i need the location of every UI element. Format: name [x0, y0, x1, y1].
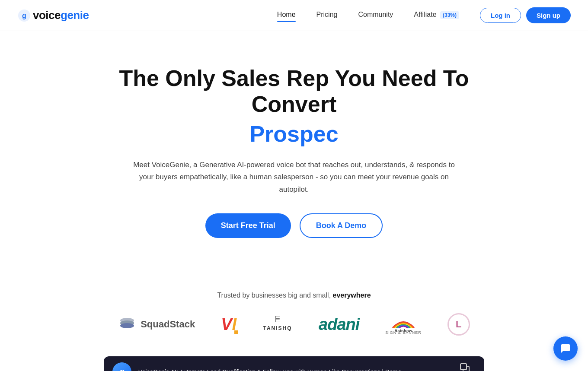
svg-text:g: g — [22, 12, 26, 19]
nav-affiliate[interactable]: Affiliate (33%) — [414, 11, 459, 20]
nav-pricing[interactable]: Pricing — [316, 11, 338, 20]
squadstack-icon — [118, 315, 136, 333]
affiliate-badge: (33%) — [440, 11, 459, 19]
logo-icon: g — [17, 9, 31, 22]
vi-dot — [234, 330, 238, 334]
hero-subheadline: Prospec — [117, 121, 471, 147]
logo[interactable]: g voicegenie — [17, 9, 89, 22]
book-demo-button[interactable]: Book A Demo — [300, 213, 383, 238]
tanishq-logo: ⌸ TANISHQ — [262, 314, 293, 335]
copy-link-button[interactable]: Copy link — [454, 363, 476, 371]
squadstack-logo: SquadStack — [118, 314, 195, 335]
rainbow-logo: Rainbow SIGN & BANNER — [385, 314, 422, 335]
vi-logo: V I — [221, 314, 236, 335]
svg-text:TANISHQ: TANISHQ — [263, 325, 292, 331]
rainbow-sub: SIGN & BANNER — [385, 330, 422, 335]
nav-community[interactable]: Community — [358, 11, 393, 20]
hero-description: Meet VoiceGenie, a Generative AI-powered… — [125, 159, 463, 197]
video-bar: g VoiceGenie AI: Automate Lead Qualifica… — [104, 356, 484, 371]
nav-home[interactable]: Home — [277, 11, 296, 20]
main-nav: Home Pricing Community Affiliate (33%) — [277, 11, 459, 20]
logos-row: SquadStack V I ⌸ TANISHQ adani — [17, 313, 571, 336]
video-container: g VoiceGenie AI: Automate Lead Qualifica… — [86, 356, 502, 371]
copy-icon — [460, 363, 470, 371]
circle-logo: L — [447, 313, 470, 336]
trusted-section: Trusted by businesses big and small, eve… — [0, 292, 588, 356]
rainbow-svg: Rainbow — [388, 314, 419, 332]
login-button[interactable]: Log in — [480, 8, 521, 23]
svg-text:⌸: ⌸ — [275, 314, 280, 323]
logo-text: voicegenie — [33, 9, 89, 22]
chat-icon — [559, 342, 572, 355]
chat-bubble[interactable] — [553, 336, 578, 361]
adani-logo: adani — [319, 314, 359, 335]
tanishq-svg: ⌸ TANISHQ — [262, 314, 293, 335]
adani-text: adani — [319, 315, 359, 334]
hero-buttons: Start Free Trial Book A Demo — [117, 213, 471, 238]
hero-headline: The Only Sales Rep You Need To Convert — [117, 66, 471, 117]
svg-point-4 — [120, 323, 134, 328]
svg-rect-9 — [460, 364, 467, 370]
signup-button[interactable]: Sign up — [526, 7, 571, 23]
squadstack-name: SquadStack — [141, 319, 195, 330]
video-avatar: g — [112, 362, 131, 371]
trusted-text: Trusted by businesses big and small, eve… — [17, 292, 571, 299]
navbar: g voicegenie Home Pricing Community Affi… — [0, 0, 588, 31]
start-trial-button[interactable]: Start Free Trial — [205, 213, 291, 238]
video-title: VoiceGenie AI: Automate Lead Qualificati… — [138, 368, 447, 371]
hero-section: The Only Sales Rep You Need To Convert P… — [99, 31, 489, 292]
